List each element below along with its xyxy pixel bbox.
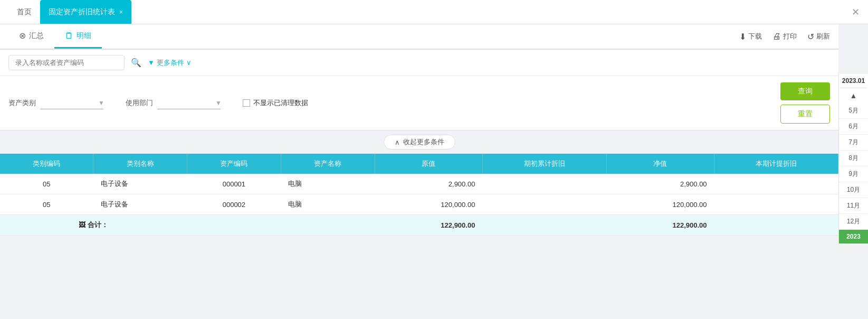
cell-asset-name: 电脑 <box>281 194 375 215</box>
filter-row: 资产类别 ▼ 使用部门 ▼ 不显示已清理数据 <box>8 82 830 124</box>
month-5[interactable]: 5月 <box>839 103 868 119</box>
cell-current-dep <box>714 194 838 215</box>
month-10[interactable]: 10月 <box>839 182 868 198</box>
cell-asset-code: 000002 <box>187 194 281 215</box>
cell-asset-code: 000001 <box>187 174 281 194</box>
top-tab-bar: 首页 固定资产折旧统计表 × ✕ <box>0 0 868 24</box>
print-icon: 🖨 <box>772 32 781 41</box>
download-label: 下载 <box>748 32 762 41</box>
collapse-icon: ∧ <box>395 138 400 146</box>
filter-section: 资产类别 ▼ 使用部门 ▼ 不显示已清理数据 <box>0 76 838 130</box>
no-cleared-filter: 不显示已清理数据 <box>243 98 308 108</box>
sub-toolbar: ⊗ 汇总 🗒 明细 ⬇ 下载 🖨 打印 ↺ 刷新 <box>0 24 838 50</box>
col-accumulated-depreciation: 期初累计折旧 <box>482 154 606 174</box>
total-icon-cell: 🖼 合计： <box>0 215 187 236</box>
month-6[interactable]: 6月 <box>839 119 868 135</box>
month-11[interactable]: 11月 <box>839 198 868 214</box>
no-cleared-checkbox[interactable] <box>243 99 250 107</box>
print-label: 打印 <box>783 32 797 41</box>
detail-tab-label: 明细 <box>77 31 91 41</box>
col-category-name: 类别名称 <box>93 154 187 174</box>
nav-up-arrow[interactable]: ▲ <box>839 88 868 103</box>
cell-net-value: 120,000.00 <box>606 194 714 215</box>
asset-category-select[interactable] <box>40 97 103 109</box>
refresh-label: 刷新 <box>816 32 830 41</box>
reset-button[interactable]: 重置 <box>780 105 830 124</box>
col-asset-name: 资产名称 <box>281 154 375 174</box>
cell-asset-name: 电脑 <box>281 174 375 194</box>
month-9[interactable]: 9月 <box>839 166 868 182</box>
data-table-container: 类别编码 类别名称 资产编码 资产名称 原值 期初累计折旧 净值 本期计提折旧 … <box>0 154 838 236</box>
more-conditions-button[interactable]: ▼ 更多条件 ∨ <box>148 58 192 68</box>
asset-category-filter: 资产类别 ▼ <box>8 97 104 109</box>
department-label: 使用部门 <box>126 98 153 108</box>
cell-original-value: 120,000.00 <box>375 194 482 215</box>
col-current-depreciation: 本期计提折旧 <box>714 154 838 174</box>
search-icon[interactable]: 🔍 <box>131 58 141 68</box>
cell-cat-name: 电子设备 <box>93 194 187 215</box>
col-asset-code: 资产编码 <box>187 154 281 174</box>
total-original-value: 122,900.00 <box>375 215 482 236</box>
cell-net-value: 2,900.00 <box>606 174 714 194</box>
search-bar: 🔍 ▼ 更多条件 ∨ <box>0 50 838 76</box>
global-close-button[interactable]: ✕ <box>852 6 860 18</box>
query-button[interactable]: 查询 <box>780 82 830 100</box>
filter-icon: ▼ <box>148 59 155 67</box>
no-cleared-label: 不显示已清理数据 <box>253 98 308 108</box>
total-row: 🖼 合计： 122,900.00 122,900.00 <box>0 215 838 236</box>
col-category-code: 类别编码 <box>0 154 93 174</box>
table-header-row: 类别编码 类别名称 资产编码 资产名称 原值 期初累计折旧 净值 本期计提折旧 <box>0 154 838 174</box>
toolbar-right: ⬇ 下载 🖨 打印 ↺ 刷新 <box>739 32 830 42</box>
filter-buttons: 查询 重置 <box>780 82 830 124</box>
summary-icon: ⊗ <box>19 31 26 41</box>
total-net-value: 122,900.00 <box>606 215 714 236</box>
detail-tab[interactable]: 🗒 明细 <box>54 24 102 49</box>
total-current-dep <box>714 215 838 236</box>
asset-category-label: 资产类别 <box>8 98 36 108</box>
department-select[interactable] <box>157 97 221 109</box>
cell-accumulated <box>482 174 606 194</box>
cell-current-dep <box>714 174 838 194</box>
cell-cat-code: 05 <box>0 194 93 215</box>
collapse-label: 收起更多条件 <box>403 137 444 147</box>
summary-tab[interactable]: ⊗ 汇总 <box>8 24 54 49</box>
collapse-bar: ∧ 收起更多条件 <box>0 130 838 154</box>
cell-cat-name: 电子设备 <box>93 174 187 194</box>
active-tab-label: 固定资产折旧统计表 <box>49 7 115 17</box>
close-tab-icon[interactable]: × <box>119 8 123 16</box>
year-current[interactable]: 2023 <box>839 230 868 244</box>
print-button[interactable]: 🖨 打印 <box>772 32 797 41</box>
active-tab[interactable]: 固定资产折旧统计表 × <box>40 0 131 24</box>
cell-cat-code: 05 <box>0 174 93 194</box>
total-icon: 🖼 <box>79 221 85 229</box>
col-original-value: 原值 <box>375 154 482 174</box>
date-header: 2023.01 <box>840 74 867 88</box>
data-table: 类别编码 类别名称 资产编码 资产名称 原值 期初累计折旧 净值 本期计提折旧 … <box>0 154 838 236</box>
month-8[interactable]: 8月 <box>839 151 868 166</box>
collapse-button[interactable]: ∧ 收起更多条件 <box>384 135 455 149</box>
table-row: 05 电子设备 000002 电脑 120,000.00 120,000.00 <box>0 194 838 215</box>
download-icon: ⬇ <box>739 32 746 42</box>
detail-icon: 🗒 <box>65 31 73 41</box>
total-accumulated <box>482 215 606 236</box>
month-nav: 2023.01 ▲ 5月 6月 7月 8月 9月 10月 11月 12月 202… <box>838 74 868 244</box>
more-conditions-label: 更多条件 <box>157 58 184 68</box>
month-7[interactable]: 7月 <box>839 135 868 151</box>
refresh-icon: ↺ <box>807 32 814 42</box>
department-filter: 使用部门 ▼ <box>126 97 222 109</box>
home-tab[interactable]: 首页 <box>8 7 40 17</box>
cell-original-value: 2,900.00 <box>375 174 482 194</box>
table-row: 05 电子设备 000001 电脑 2,900.00 2,900.00 <box>0 174 838 194</box>
search-input[interactable] <box>8 55 125 70</box>
month-12[interactable]: 12月 <box>839 214 868 230</box>
summary-tab-label: 汇总 <box>29 31 44 41</box>
refresh-button[interactable]: ↺ 刷新 <box>807 32 830 42</box>
chevron-down-icon: ∨ <box>186 59 192 67</box>
cell-accumulated <box>482 194 606 215</box>
col-net-value: 净值 <box>606 154 714 174</box>
download-button[interactable]: ⬇ 下载 <box>739 32 762 42</box>
